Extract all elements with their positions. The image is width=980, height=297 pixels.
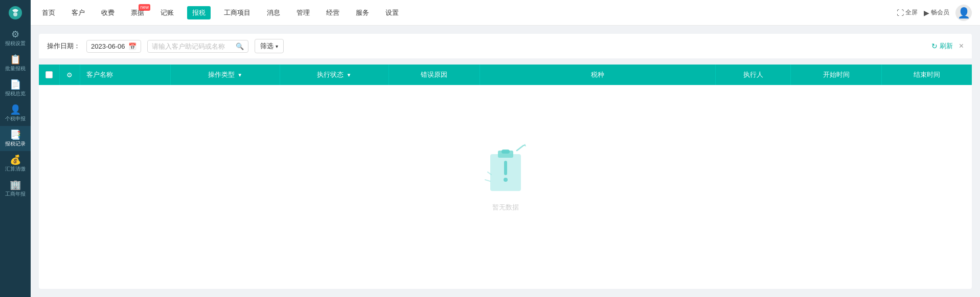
th-zhixingren: 执行人 xyxy=(715,65,791,85)
nav-gongshangxiangmu[interactable]: 工商项目 xyxy=(221,6,254,19)
nav-baoshui[interactable]: 报税 xyxy=(187,6,211,19)
svg-marker-8 xyxy=(523,144,526,146)
refresh-label: 刷新 xyxy=(940,41,953,51)
chevron-down-icon: ▾ xyxy=(276,44,278,49)
filter-label-text: 筛选 xyxy=(260,41,274,51)
avatar-icon: 👤 xyxy=(958,7,970,19)
sidebar-item-label: 报税设置 xyxy=(5,40,26,47)
th-kehu-mingcheng: 客户名称 xyxy=(80,65,171,85)
calendar-icon: 📅 xyxy=(128,43,136,50)
svg-line-7 xyxy=(517,145,523,151)
th-zhixing-zhuangtai[interactable]: 执行状态 ▼ xyxy=(280,65,389,85)
empty-state: 暂无数据 xyxy=(480,141,531,212)
sidebar-item-label: 工商年报 xyxy=(5,191,26,197)
select-all-checkbox[interactable] xyxy=(45,71,53,78)
member-btn[interactable]: ▶ 畅会员 xyxy=(924,8,949,17)
date-label: 操作日期： xyxy=(47,41,80,51)
svg-point-1 xyxy=(13,12,17,16)
fullscreen-label: 全屏 xyxy=(905,8,918,17)
sidebar-item-label: 报税总览 xyxy=(5,91,26,97)
nav-shezhi[interactable]: 设置 xyxy=(382,6,402,19)
nav-shoufei[interactable]: 收费 xyxy=(98,6,118,19)
th-shuizhong: 税种 xyxy=(480,65,715,85)
nav-kehu[interactable]: 客户 xyxy=(69,6,88,19)
nav-shouye[interactable]: 首页 xyxy=(39,6,58,19)
data-table: ⚙ 客户名称 操作类型 ▼ 执行状态 ▼ 错误原因 税种 xyxy=(39,65,972,85)
top-navbar: 首页 客户 收费 票据 new 记账 报税 工商项目 消息 管理 经营 服务 设… xyxy=(31,0,980,26)
date-picker[interactable]: 2023-06-06 📅 xyxy=(86,40,141,53)
nav-jingying[interactable]: 经营 xyxy=(323,6,343,19)
svg-rect-5 xyxy=(504,161,507,175)
data-table-wrap: ⚙ 客户名称 操作类型 ▼ 执行状态 ▼ 错误原因 税种 xyxy=(39,65,972,289)
settings-icon: ⚙ xyxy=(11,30,19,39)
svg-point-6 xyxy=(504,178,508,182)
overview-icon: 📄 xyxy=(10,80,21,89)
sidebar-item-piliangbaoshui[interactable]: 📋 批量报税 xyxy=(0,51,31,76)
sidebar-item-geshuishenbao[interactable]: 👤 个税申报 xyxy=(0,101,31,126)
main-area: 首页 客户 收费 票据 new 记账 报税 工商项目 消息 管理 经营 服务 设… xyxy=(31,0,980,297)
svg-rect-4 xyxy=(502,150,510,154)
video-icon: ▶ xyxy=(924,9,929,17)
filter-icon: ▼ xyxy=(347,72,352,78)
empty-text: 暂无数据 xyxy=(492,203,519,212)
sidebar-item-baoshuizonglan[interactable]: 📄 报税总览 xyxy=(0,76,31,101)
refresh-icon: ↻ xyxy=(931,42,938,50)
annual-report-icon: 🏢 xyxy=(10,180,21,189)
svg-line-10 xyxy=(485,180,490,181)
search-icon[interactable]: 🔍 xyxy=(236,43,244,50)
nav-piaoju[interactable]: 票据 new xyxy=(128,6,147,19)
user-avatar[interactable]: 👤 xyxy=(955,5,972,21)
th-jieshu-shijian: 结束时间 xyxy=(882,65,972,85)
filter-bar: 操作日期： 2023-06-06 📅 🔍 筛选 ▾ ↻ 刷新 xyxy=(39,34,972,58)
logo-icon xyxy=(8,5,23,20)
fullscreen-icon: ⛶ xyxy=(897,9,904,17)
sidebar: ⚙ 报税设置 📋 批量报税 📄 报税总览 👤 个税申报 📑 报税记录 💰 汇算清… xyxy=(0,0,31,297)
new-badge: new xyxy=(139,4,150,11)
sidebar-item-label: 报税记录 xyxy=(5,141,26,147)
th-caozuo-leixing[interactable]: 操作类型 ▼ xyxy=(171,65,280,85)
topnav-right: ⛶ 全屏 ▶ 畅会员 👤 xyxy=(897,5,972,21)
sidebar-item-gongshangnianbnao[interactable]: 🏢 工商年报 xyxy=(0,176,31,201)
empty-illustration xyxy=(480,141,531,198)
th-kaishi-shijian: 开始时间 xyxy=(791,65,882,85)
record-icon: 📑 xyxy=(10,130,21,139)
th-checkbox xyxy=(39,65,59,85)
member-label: 畅会员 xyxy=(931,8,949,17)
settlement-icon: 💰 xyxy=(10,155,21,164)
th-cuowu-yuanyin: 错误原因 xyxy=(389,65,480,85)
batch-icon: 📋 xyxy=(10,55,21,64)
search-wrap: 🔍 xyxy=(147,40,248,53)
refresh-button[interactable]: ↻ 刷新 xyxy=(931,41,953,51)
filter-button[interactable]: 筛选 ▾ xyxy=(255,39,284,53)
page-area: 操作日期： 2023-06-06 📅 🔍 筛选 ▾ ↻ 刷新 xyxy=(31,26,980,297)
filter-icon: ▼ xyxy=(237,72,242,78)
sidebar-item-label: 个税申报 xyxy=(5,116,26,122)
sidebar-item-label: 批量报税 xyxy=(5,66,26,72)
filter-right: ↻ 刷新 × xyxy=(931,41,964,51)
date-value: 2023-06-06 xyxy=(91,43,125,50)
nav-jizhang[interactable]: 记账 xyxy=(157,6,177,19)
nav-xiaoxi[interactable]: 消息 xyxy=(264,6,283,19)
person-tax-icon: 👤 xyxy=(10,105,21,114)
close-button[interactable]: × xyxy=(959,41,964,51)
content-area: 操作日期： 2023-06-06 📅 🔍 筛选 ▾ ↻ 刷新 xyxy=(31,26,980,297)
search-input[interactable] xyxy=(152,43,234,50)
sidebar-logo xyxy=(0,0,31,26)
nav-guanli[interactable]: 管理 xyxy=(293,6,313,19)
sidebar-item-huisuanjiaoshu[interactable]: 💰 汇算清缴 xyxy=(0,151,31,176)
sidebar-item-baoshui-shezhi[interactable]: ⚙ 报税设置 xyxy=(0,26,31,51)
table-header-row: ⚙ 客户名称 操作类型 ▼ 执行状态 ▼ 错误原因 税种 xyxy=(39,65,972,85)
th-gear[interactable]: ⚙ xyxy=(59,65,80,85)
sidebar-item-label: 汇算清缴 xyxy=(5,166,26,172)
fullscreen-btn[interactable]: ⛶ 全屏 xyxy=(897,8,918,17)
nav-fuwu[interactable]: 服务 xyxy=(353,6,372,19)
sidebar-item-baoshuijilu[interactable]: 📑 报税记录 xyxy=(0,126,31,151)
